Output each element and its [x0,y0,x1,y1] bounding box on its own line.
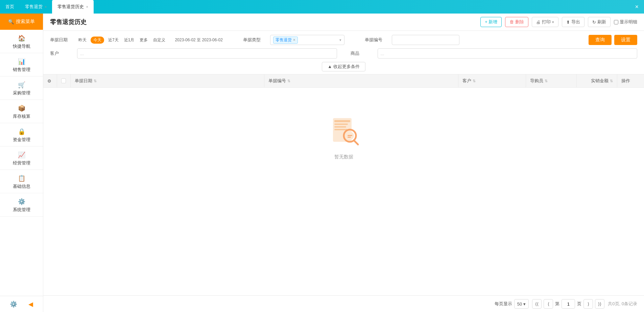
date-btn-1month[interactable]: 近1月 [123,37,136,44]
sidebar-search-label: 搜索菜单 [16,19,35,25]
search-icon: 🔍 [8,19,14,24]
th-checkbox[interactable] [57,74,70,88]
page-title: 零售退货历史 [50,18,87,26]
collapse-row: ▲ 收起更多条件 [50,62,637,71]
query-button[interactable]: 查询 [589,35,612,45]
close-window-button[interactable]: × [635,3,639,10]
th-customer-sort-icon: ⇅ [473,79,476,83]
filter-area: 单据日期 昨天 今天 近7天 近1月 更多 自定义 2023-06-02 至 2… [43,31,644,74]
last-page-button[interactable]: ⟩⟩ [595,299,604,309]
sidebar-item-inventory-label: 库存核算 [13,113,30,119]
tab-retail-return-history-close[interactable]: × [86,5,88,9]
th-actions-label: 操作 [621,78,630,83]
th-guide-sort-icon: ⇅ [545,79,548,83]
next-page-button[interactable]: ⟩ [583,299,593,309]
goods-placeholder: ... [381,51,384,56]
voucher-type-dropdown-icon: ▾ [339,38,341,42]
table-body: 暂无数据 [43,88,644,187]
print-button[interactable]: 🖨 🖨 打印 打印 ▾ [532,17,558,27]
table-area: ⚙ 单据日期 ⇅ 单据编号 [43,74,644,295]
th-customer[interactable]: 客户 ⇅ [458,74,526,88]
empty-text: 暂无数据 [334,154,353,160]
refresh-icon: ↻ [592,20,596,25]
sidebar-collapse-icon[interactable]: ◀ [28,300,33,308]
th-date[interactable]: 单据日期 ⇅ [70,74,264,88]
date-btn-today[interactable]: 今天 [91,37,104,44]
sidebar-item-finance-mgmt-label: 资金管理 [13,137,30,143]
page-number-input[interactable] [562,299,575,309]
svg-rect-4 [334,129,347,130]
sidebar-item-finance-mgmt[interactable]: 🔒 资金管理 [0,123,43,147]
page-nav: ⟨⟨ ⟨ 第 页 ⟩ ⟩⟩ [532,299,604,309]
sidebar-item-operation-mgmt-label: 经营管理 [13,160,30,166]
sidebar-item-basic-info[interactable]: 📋 基础信息 [0,170,43,193]
customer-input[interactable]: ... [77,48,337,59]
page-input: 第 页 [555,299,581,309]
svg-rect-3 [334,126,346,128]
sidebar-item-inventory[interactable]: 📦 库存核算 [0,100,43,123]
page-size-value: 50 [517,302,522,307]
voucher-type-select[interactable]: 零售退货 × ▾ [270,35,344,45]
filter-row-2: 客户 ... 商品 ... [50,48,637,59]
svg-line-7 [354,140,358,144]
select-all-checkbox[interactable] [61,79,66,83]
date-btn-yesterday[interactable]: 昨天 [77,37,88,44]
voucher-no-input[interactable] [392,35,459,45]
filter-row-1: 单据日期 昨天 今天 近7天 近1月 更多 自定义 2023-06-02 至 2… [50,35,637,45]
quick-nav-icon: 🏠 [18,35,25,42]
empty-state-cell: 暂无数据 [43,88,644,187]
svg-rect-9 [348,137,351,138]
first-page-button[interactable]: ⟨⟨ [532,299,542,309]
sidebar-item-system-mgmt[interactable]: ⚙️ 系统管理 [0,193,43,217]
main-layout: 🔍 搜索菜单 🏠 快捷导航 📊 销售管理 🛒 采购管理 📦 库存核算 🔒 [0,14,644,312]
date-filter: 昨天 今天 近7天 近1月 更多 自定义 [77,37,167,44]
sidebar-item-purchase-mgmt[interactable]: 🛒 采购管理 [0,76,43,100]
system-mgmt-icon: ⚙️ [18,198,25,205]
delete-button[interactable]: 🗑 删除 [505,17,528,27]
sidebar-item-purchase-mgmt-label: 采购管理 [13,90,30,96]
tab-retail-return-history-label: 零售退货历史 [57,4,84,10]
show-detail-label: 显示明细 [620,19,637,25]
date-btn-more[interactable]: 更多 [138,37,149,44]
sidebar-settings-icon[interactable]: ⚙️ [10,300,17,308]
sidebar-item-quick-nav[interactable]: 🏠 快捷导航 [0,30,43,53]
th-guide[interactable]: 导购员 ⇅ [526,74,576,88]
customer-label: 客户 [50,50,70,57]
tab-home[interactable]: 首页 [0,0,20,14]
page-size-box[interactable]: 50 ▾ [514,299,529,309]
voucher-type-tag-text: 零售退货 [276,37,292,43]
th-amount[interactable]: 实销金额 ⇅ [576,74,617,88]
show-detail-checkbox[interactable] [614,20,618,24]
page-header: 零售退货历史 + 新增 🗑 删除 🖨 🖨 打印 打印 ▾ ⬆ 导出 ↻ 刷新 [43,14,644,31]
tab-retail-return[interactable]: 零售退货 × [20,0,52,14]
show-detail-checkbox-label[interactable]: 显示明细 [614,19,637,25]
tab-retail-return-close[interactable]: × [45,5,47,9]
per-page-label: 每页显示 [495,301,512,307]
empty-state-row: 暂无数据 [43,88,644,187]
collapse-button[interactable]: ▲ 收起更多条件 [322,62,365,71]
sidebar-search[interactable]: 🔍 搜索菜单 [0,14,43,30]
tab-retail-return-history[interactable]: 零售退货历史 × [52,0,93,14]
date-btn-custom[interactable]: 自定义 [152,37,167,44]
refresh-button[interactable]: ↻ 刷新 [588,17,611,27]
export-button[interactable]: ⬆ 导出 [562,17,585,27]
settings-button[interactable]: 设置 [614,35,637,45]
th-no-sort-icon: ⇅ [287,79,290,83]
th-guide-label: 导购员 [530,78,543,84]
sidebar-item-operation-mgmt[interactable]: 📈 经营管理 [0,147,43,170]
prev-page-button[interactable]: ⟨ [544,299,553,309]
sidebar-item-sales-mgmt[interactable]: 📊 销售管理 [0,53,43,76]
page-size-select: 每页显示 50 ▾ [495,299,529,309]
table-header-row: ⚙ 单据日期 ⇅ 单据编号 [43,74,644,88]
new-button[interactable]: + 新增 [480,17,502,27]
sidebar-bottom: ⚙️ ◀ [0,296,43,312]
goods-input[interactable]: ... [378,48,638,59]
th-settings[interactable]: ⚙ [43,74,57,88]
th-actions: 操作 [617,74,644,88]
date-btn-7days[interactable]: 近7天 [107,37,120,44]
th-no[interactable]: 单据编号 ⇅ [264,74,458,88]
svg-rect-8 [348,135,352,136]
voucher-type-tag-close[interactable]: × [293,38,295,42]
date-range-display: 2023-06-02 至 2023-06-02 [175,37,222,43]
date-filter-label: 单据日期 [50,37,70,43]
